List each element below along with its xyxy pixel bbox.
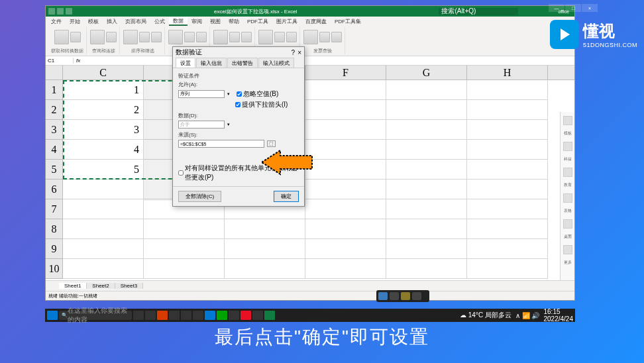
dialog-tab-3[interactable]: 输入法模式 (258, 58, 294, 68)
cell[interactable]: 1 (63, 80, 144, 100)
sidepanel-icon-1[interactable] (563, 142, 572, 151)
menu-8[interactable]: 视图 (206, 18, 225, 25)
menu-0[interactable]: 文件 (47, 18, 66, 25)
cells[interactable]: 12345 (63, 80, 574, 280)
range-picker-icon[interactable]: ⬚ (267, 140, 276, 147)
row-header[interactable]: 8 (46, 219, 62, 239)
ribbon-icon[interactable] (258, 30, 273, 44)
cell[interactable] (305, 140, 386, 160)
ribbon-icon[interactable] (241, 32, 252, 42)
cell[interactable] (305, 199, 386, 219)
cell[interactable] (386, 100, 467, 120)
app-icon-4[interactable] (193, 311, 203, 320)
cell[interactable] (386, 259, 467, 279)
ribbon-icon[interactable] (90, 30, 105, 44)
sidepanel-icon-5[interactable] (563, 245, 572, 254)
menu-3[interactable]: 插入 (103, 18, 121, 25)
row-header[interactable]: 1 (46, 80, 62, 100)
taskbar-search[interactable]: 🔍 在这里输入你要搜索的内容 (59, 311, 132, 320)
sheet-tab[interactable]: Sheet3 (115, 283, 143, 289)
cell[interactable] (144, 219, 225, 239)
menu-10[interactable]: PDF工具 (243, 18, 272, 25)
cell[interactable] (305, 180, 386, 199)
cell[interactable] (225, 259, 305, 279)
cell[interactable] (467, 160, 548, 180)
menu-9[interactable]: 帮助 (225, 18, 243, 25)
ctl-d[interactable] (412, 292, 421, 300)
cell[interactable] (386, 239, 467, 259)
cell[interactable] (63, 219, 144, 239)
ok-button[interactable]: 确定 (274, 191, 299, 202)
allow-select[interactable]: 序列 (178, 90, 225, 98)
cell[interactable] (467, 239, 548, 259)
sidepanel-icon-4[interactable] (563, 219, 572, 229)
cell[interactable] (467, 180, 548, 199)
ribbon-icon[interactable] (139, 32, 150, 42)
apply-same-checkbox[interactable]: 对有同样设置的所有其他单元格应用这些更改(P) (178, 164, 299, 182)
cell[interactable] (305, 219, 386, 239)
col-header[interactable]: G (386, 66, 467, 79)
sidepanel-icon-2[interactable] (563, 168, 572, 177)
cell[interactable] (386, 80, 467, 100)
fx-label[interactable]: fx (74, 58, 83, 64)
sheet-tab[interactable]: Sheet1 (59, 283, 87, 289)
dialog-tab-1[interactable]: 输入信息 (196, 58, 227, 68)
ctl-b[interactable] (390, 292, 399, 300)
cell[interactable] (225, 219, 305, 239)
cell[interactable]: 4 (63, 140, 144, 160)
menu-1[interactable]: 开始 (66, 18, 84, 25)
close-icon[interactable]: × (297, 49, 301, 56)
close-button[interactable]: × (582, 4, 598, 12)
app-icon-9[interactable] (252, 311, 263, 320)
tray-icons[interactable]: ∧ 📶 🔊 (515, 312, 540, 319)
ribbon-icon[interactable] (54, 30, 69, 44)
menu-4[interactable]: 页面布局 (121, 18, 150, 25)
row-header[interactable]: 7 (46, 199, 62, 219)
cell[interactable] (305, 80, 386, 100)
excel-taskbar-icon[interactable] (264, 311, 275, 320)
sidepanel-icon-0[interactable] (563, 116, 572, 125)
clear-all-button[interactable]: 全部清除(C) (178, 191, 221, 202)
ctl-a[interactable] (378, 292, 388, 300)
minimize-button[interactable]: — (549, 4, 564, 12)
row-header[interactable]: 9 (46, 239, 62, 259)
ribbon-icon[interactable] (213, 30, 228, 44)
ribbon-icon[interactable] (274, 32, 285, 42)
search-box[interactable]: 搜索(Alt+Q) (439, 8, 518, 15)
ribbon-icon[interactable] (196, 32, 207, 42)
floating-controls[interactable] (376, 290, 429, 302)
ribbon-icon[interactable] (229, 32, 240, 42)
menu-13[interactable]: PDF工具集 (331, 18, 365, 25)
save-icon[interactable] (48, 8, 55, 15)
cell[interactable] (63, 239, 144, 259)
name-box[interactable]: C1 (46, 58, 74, 64)
col-header[interactable]: H (467, 66, 548, 79)
cell[interactable] (63, 259, 144, 279)
cell[interactable] (386, 219, 467, 239)
ignore-blank-checkbox[interactable]: 忽略空值(B) (237, 89, 278, 99)
cell[interactable] (467, 259, 548, 279)
cell[interactable] (467, 140, 548, 160)
app-icon-6[interactable] (217, 311, 227, 320)
undo-icon[interactable] (57, 8, 64, 15)
ctl-c[interactable] (401, 292, 410, 300)
start-button[interactable] (47, 311, 58, 320)
row-header[interactable]: 3 (46, 120, 62, 140)
cell[interactable] (386, 160, 467, 180)
col-header[interactable]: F (305, 66, 386, 79)
ribbon-icon[interactable] (331, 32, 342, 42)
app-icon-5[interactable] (205, 311, 215, 320)
cell[interactable] (467, 199, 548, 219)
menu-5[interactable]: 公式 (150, 18, 169, 25)
cell[interactable] (305, 100, 386, 120)
app-icon-1[interactable] (157, 311, 168, 320)
dialog-tab-2[interactable]: 出错警告 (227, 58, 258, 68)
cell[interactable] (144, 239, 225, 259)
cell[interactable] (144, 259, 225, 279)
menu-6[interactable]: 数据 (169, 17, 188, 26)
dialog-tab-0[interactable]: 设置 (176, 58, 195, 68)
ribbon-icon[interactable] (123, 30, 138, 44)
cell[interactable] (386, 180, 467, 199)
maximize-button[interactable]: □ (565, 4, 581, 12)
cell[interactable] (63, 199, 144, 219)
